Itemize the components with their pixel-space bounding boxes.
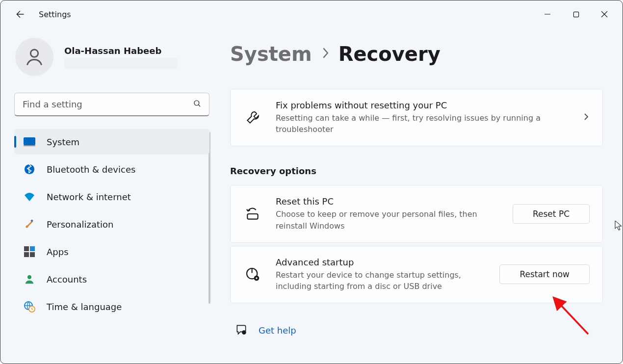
sidebar-item-time-language[interactable]: Time & language: [14, 294, 209, 319]
window-controls: [533, 5, 619, 24]
profile-name: Ola-Hassan Habeeb: [64, 46, 177, 56]
sidebar-item-system[interactable]: System: [14, 129, 209, 155]
breadcrumb-parent[interactable]: System: [230, 43, 312, 65]
back-button[interactable]: [10, 4, 30, 24]
svg-point-15: [27, 275, 31, 279]
reset-pc-button[interactable]: Reset PC: [513, 204, 590, 224]
svg-text:?: ?: [243, 331, 245, 335]
card-description: Resetting can take a while — first, try …: [276, 112, 569, 135]
close-icon: [601, 11, 608, 18]
svg-rect-10: [30, 219, 33, 222]
power-gear-icon: [243, 266, 262, 282]
sidebar-nav: System Bluetooth & devices Network & int…: [14, 129, 209, 319]
sidebar-item-apps[interactable]: Apps: [14, 239, 209, 264]
search-container: [14, 93, 209, 116]
sidebar-item-bluetooth[interactable]: Bluetooth & devices: [14, 156, 209, 182]
svg-rect-11: [24, 246, 29, 251]
card-description: Choose to keep or remove your personal f…: [276, 208, 499, 231]
sidebar-item-label: Network & internet: [47, 192, 131, 202]
svg-point-5: [194, 101, 199, 105]
card-fix-problems[interactable]: Fix problems without resetting your PC R…: [230, 89, 603, 146]
card-title: Reset this PC: [276, 196, 499, 207]
maximize-icon: [573, 11, 579, 18]
search-icon: [193, 99, 202, 110]
chevron-right-icon: [321, 47, 330, 61]
profile[interactable]: Ola-Hassan Habeeb: [14, 38, 209, 76]
card-title: Fix problems without resetting your PC: [276, 100, 569, 110]
get-help-link[interactable]: Get help: [259, 325, 296, 336]
minimize-icon: [544, 11, 551, 18]
bluetooth-icon: [23, 163, 36, 176]
breadcrumb-current: Recovery: [338, 43, 441, 65]
globe-clock-icon: [23, 300, 36, 313]
restart-now-button[interactable]: Restart now: [499, 264, 590, 284]
sidebar-item-label: Apps: [47, 247, 69, 257]
svg-point-4: [30, 50, 38, 57]
sidebar-item-network[interactable]: Network & internet: [14, 184, 209, 209]
help-icon: ?: [235, 323, 248, 338]
section-heading-recovery: Recovery options: [230, 166, 603, 176]
sidebar: Ola-Hassan Habeeb System: [0, 28, 216, 364]
main-content: System Recovery Fix problems without res…: [216, 28, 623, 364]
sidebar-item-label: System: [47, 137, 79, 147]
reset-icon: [243, 206, 262, 222]
help-row: ? Get help: [230, 323, 603, 338]
card-advanced-startup: Advanced startup Restart your device to …: [230, 246, 603, 303]
card-description: Restart your device to change startup se…: [276, 269, 486, 292]
maximize-button[interactable]: [562, 5, 590, 24]
card-title: Advanced startup: [276, 257, 486, 267]
titlebar: Settings: [0, 0, 623, 28]
svg-rect-13: [24, 252, 29, 257]
svg-rect-18: [247, 214, 258, 219]
svg-line-6: [198, 104, 200, 106]
avatar: [15, 38, 53, 76]
back-arrow-icon: [15, 9, 25, 19]
svg-point-22: [256, 278, 257, 279]
sidebar-item-label: Accounts: [47, 274, 87, 285]
close-button[interactable]: [590, 5, 619, 24]
apps-icon: [23, 245, 36, 258]
card-reset-pc: Reset this PC Choose to keep or remove y…: [230, 185, 603, 242]
app-title: Settings: [39, 10, 71, 19]
chevron-right-icon: [583, 112, 590, 124]
svg-rect-12: [30, 246, 35, 251]
svg-rect-7: [24, 137, 35, 145]
person-icon: [24, 46, 45, 68]
profile-email-redacted: [64, 58, 177, 69]
breadcrumb: System Recovery: [230, 43, 603, 65]
svg-rect-8: [24, 146, 35, 147]
minimize-button[interactable]: [533, 5, 562, 24]
sidebar-item-label: Time & language: [47, 302, 122, 312]
brush-icon: [23, 218, 36, 231]
sidebar-item-label: Personalization: [47, 219, 113, 230]
sidebar-item-label: Bluetooth & devices: [47, 164, 135, 175]
svg-rect-1: [573, 12, 578, 17]
sidebar-item-accounts[interactable]: Accounts: [14, 266, 209, 292]
svg-rect-14: [30, 252, 35, 257]
wrench-icon: [243, 110, 262, 126]
display-icon: [23, 135, 36, 148]
person-icon: [23, 273, 36, 286]
search-input[interactable]: [14, 93, 209, 116]
sidebar-item-personalization[interactable]: Personalization: [14, 211, 209, 237]
wifi-icon: [23, 190, 36, 203]
settings-window: Settings Ola-Hassan Habeeb: [0, 0, 623, 364]
